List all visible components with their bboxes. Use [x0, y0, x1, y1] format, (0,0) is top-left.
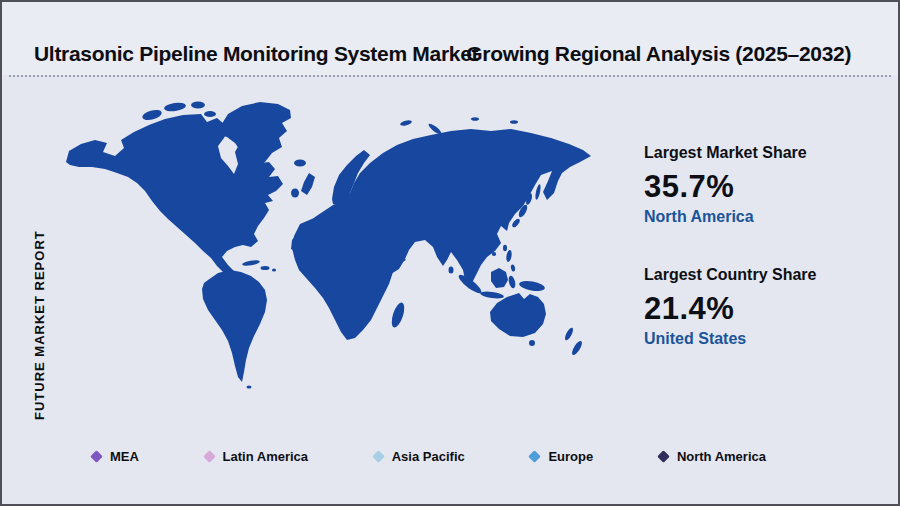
map-south-america [202, 270, 267, 382]
legend-label: Europe [548, 449, 593, 464]
world-map-landmass [66, 102, 591, 389]
map-madagascar [389, 301, 407, 329]
map-australia [490, 293, 546, 337]
map-cuba [242, 259, 261, 267]
page-title-analysis: Growing Regional Analysis (2025–2032) [466, 42, 851, 65]
page-title: Ultrasonic Pipeline Monitoring System Ma… [34, 42, 851, 66]
stat-largest-country-share: Largest Country Share 21.4% United State… [644, 266, 894, 348]
diamond-marker-icon [90, 450, 103, 463]
stat-region: United States [644, 330, 894, 348]
map-new-zealand [563, 327, 574, 342]
infographic-page: Ultrasonic Pipeline Monitoring System Ma… [0, 0, 900, 506]
map-new-guinea [518, 279, 545, 292]
legend-item-north-america: North America [659, 449, 766, 464]
stat-region: North America [644, 208, 894, 226]
legend-item-latin-america: Latin America [205, 449, 309, 464]
legend-label: MEA [110, 449, 139, 464]
diamond-marker-icon [529, 450, 542, 463]
diamond-marker-icon [372, 450, 385, 463]
map-tasmania [529, 340, 535, 346]
stat-label: Largest Country Share [644, 266, 894, 284]
page-title-market: Ultrasonic Pipeline Monitoring System Ma… [34, 42, 478, 65]
legend-label: Asia Pacific [392, 449, 465, 464]
dotted-divider [9, 75, 891, 77]
stats-panel: Largest Market Share 35.7% North America… [644, 144, 894, 348]
stat-label: Largest Market Share [644, 144, 894, 162]
map-philippines [505, 250, 512, 263]
stat-value: 35.7% [644, 169, 894, 205]
map-uk [301, 173, 315, 195]
map-java [480, 290, 505, 299]
world-map [60, 88, 622, 402]
map-north-america [66, 114, 283, 295]
diamond-marker-icon [203, 450, 216, 463]
brand-vertical-label: FUTURE MARKET REPORT [32, 235, 47, 415]
legend-label: Latin America [223, 449, 309, 464]
legend-item-europe: Europe [530, 449, 593, 464]
stat-largest-market-share: Largest Market Share 35.7% North America [644, 144, 894, 226]
stat-value: 21.4% [644, 291, 894, 327]
legend-item-asia-pacific: Asia Pacific [374, 449, 465, 464]
legend: MEA Latin America Asia Pacific Europe No… [92, 449, 766, 464]
legend-label: North America [677, 449, 766, 464]
diamond-marker-icon [657, 450, 670, 463]
legend-item-mea: MEA [92, 449, 139, 464]
map-borneo [491, 268, 508, 288]
map-iceland [294, 160, 306, 167]
map-sulawesi [508, 275, 517, 289]
